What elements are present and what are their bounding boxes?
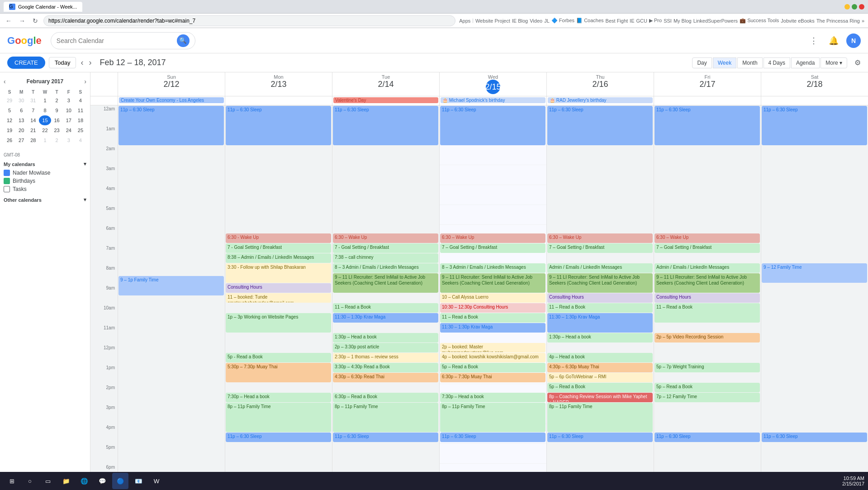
view-month[interactable]: Month [737, 57, 762, 68]
calendar-event[interactable]: 11p – 6:30 Sleep [333, 433, 438, 442]
calendar-event[interactable]: 7:30p – Head a book [226, 393, 331, 402]
mini-cal-day[interactable]: 16 [51, 115, 63, 125]
taskbar-browser-btn[interactable]: 🌐 [76, 473, 92, 489]
calendar-event[interactable]: 11p – 6:30 Sleep [547, 433, 653, 442]
calendar-event[interactable]: 6:30 – Wake Up [440, 233, 545, 243]
mini-cal-day[interactable]: 21 [27, 125, 39, 135]
calendar-event[interactable]: 4:30p – 6:30p Muay Thai [547, 363, 653, 372]
calendar-event[interactable]: 11p – 6:30 Sleep [119, 106, 224, 145]
settings-button[interactable]: ⚙ [854, 58, 861, 67]
calendar-event[interactable]: 6:30 – Wake Up [547, 233, 653, 243]
mini-cal-day[interactable]: 27 [15, 135, 27, 145]
bm-other[interactable]: » [862, 18, 864, 24]
calendar-event[interactable]: 8 – 3 Admin / Emails / LinkedIn Messages [440, 263, 545, 273]
view-week[interactable]: Week [713, 57, 736, 68]
mini-cal-day[interactable]: 18 [75, 115, 86, 125]
mini-cal-day[interactable]: 7 [27, 105, 39, 115]
calendar-event[interactable]: 1:30p – Head a book [333, 333, 438, 343]
browser-tab[interactable]: G Google Calendar - Week... [4, 2, 82, 12]
create-button[interactable]: CREATE [7, 57, 45, 69]
calendar-event[interactable]: 7:30p – Head a book [440, 393, 545, 402]
mini-cal-day[interactable]: 8 [39, 105, 51, 115]
taskbar-file-explorer[interactable]: 📁 [58, 473, 74, 489]
mini-cal-day[interactable]: 4 [75, 135, 86, 145]
calendar-event[interactable]: 7 – Goal Setting / Breakfast [440, 243, 545, 253]
all-day-event-2[interactable]: Valentine's Day [333, 97, 438, 103]
bm-princessa[interactable]: The Princessa Ring [816, 18, 860, 24]
mini-cal-day[interactable]: 26 [4, 135, 15, 145]
close-btn[interactable] [859, 4, 864, 10]
today-button[interactable]: Today [49, 57, 76, 68]
cal-nader-checkbox[interactable] [4, 170, 10, 176]
mini-cal-day[interactable]: 3 [63, 95, 75, 105]
mini-cal-day[interactable]: 2 [51, 135, 63, 145]
calendar-event[interactable]: 6:30 – Wake Up [333, 233, 438, 243]
mini-cal-day[interactable]: 4 [75, 95, 86, 105]
mini-cal-day[interactable]: 2 [51, 95, 63, 105]
calendar-event[interactable]: 7:38 – call chimney [333, 253, 438, 263]
calendar-event[interactable]: 8p – 11p Family Time [547, 403, 653, 432]
calendar-event[interactable]: 9 – 11 LI Recruiter: Send InMail to Acti… [655, 273, 760, 293]
calendar-event[interactable]: 11p – 6:30 Sleep [762, 106, 867, 145]
bm-website-project[interactable]: Website Project [475, 18, 510, 24]
cal-birthdays-checkbox[interactable] [4, 178, 10, 184]
cal-nader[interactable]: Nader Mowlase [4, 169, 86, 177]
apps-icon-btn[interactable]: ⋮ [806, 33, 821, 48]
mini-cal-day[interactable]: 20 [15, 125, 27, 135]
calendar-event[interactable]: 5p – Read a Book [655, 383, 760, 392]
calendar-event[interactable]: 10:30 – 12:30p Consulting Hours [440, 303, 545, 313]
calendar-event[interactable]: 4p – Head a book [547, 353, 653, 362]
all-day-event-4[interactable]: 🎂 RAD Jewellery's birthday [548, 97, 653, 103]
calendar-event[interactable]: 11p – 6:30 Sleep [226, 433, 331, 442]
calendar-event[interactable]: 2p – 3:30p post article [333, 343, 438, 352]
calendar-event[interactable]: 2:30p – 1 thomas – review sess [333, 353, 438, 362]
calendar-event[interactable]: Consulting Hours [655, 293, 760, 303]
all-day-event-3[interactable]: 🎂 Michael Spodnick's birthday [441, 97, 545, 103]
calendar-event[interactable]: 11p – 6:30 Sleep [655, 106, 760, 145]
mini-cal-day[interactable]: 29 [4, 95, 15, 105]
prev-week-btn[interactable]: ‹ [80, 57, 84, 68]
mini-cal-next[interactable]: › [84, 78, 86, 85]
mini-cal-day[interactable]: 19 [4, 125, 15, 135]
notifications-btn[interactable]: 🔔 [826, 33, 841, 48]
mini-cal-day[interactable]: 17 [63, 115, 75, 125]
calendar-event[interactable]: 10 – Call Alyssa Luerro [440, 293, 545, 303]
calendar-event[interactable]: 8:38 – Admin / Emails / LinkedIn Message… [226, 253, 331, 263]
calendar-event[interactable]: 8p – Coaching Review Session with Mike Y… [547, 393, 653, 402]
calendar-event[interactable]: 5:30p – 7:30p Muay Thai [226, 363, 331, 382]
bm-jl[interactable]: JL [544, 18, 550, 24]
bm-myblog[interactable]: My Blog [674, 18, 692, 24]
calendar-event[interactable]: 11p – 6:30 Sleep [655, 433, 760, 442]
my-calendars-header[interactable]: My calendars ▾ [4, 161, 86, 167]
calendar-event[interactable]: 1p – 3p Working on Website Pages [226, 313, 331, 333]
calendar-event[interactable]: 7 - Goal Setting / Breakfast [226, 243, 331, 253]
mini-cal-day[interactable]: 11 [75, 105, 86, 115]
taskbar-outlook-btn[interactable]: 📧 [130, 473, 147, 489]
address-input[interactable] [43, 15, 455, 26]
mini-cal-day[interactable]: 12 [4, 115, 15, 125]
mini-cal-day[interactable]: 30 [15, 95, 27, 105]
mini-cal-day[interactable]: 23 [51, 125, 63, 135]
calendar-event[interactable]: 9 – 1p Family Time [119, 276, 224, 295]
calendar-event[interactable]: 11 – Read a Book [547, 303, 653, 313]
calendar-event[interactable]: 5p – 6p GoToWebinar – RMI [547, 373, 653, 382]
mini-cal-day[interactable]: 1 [39, 95, 51, 105]
bm-apps[interactable]: Apps [459, 18, 470, 24]
bm-best-fight[interactable]: Best Fight [606, 18, 628, 24]
calendar-event[interactable]: 9 – 11 LI Recruiter: Send InMail to Acti… [333, 273, 438, 293]
calendar-event[interactable]: 11:30 – 1:30p Krav Maga [440, 323, 545, 333]
calendar-event[interactable]: 5p – Read a Book [547, 383, 653, 392]
calendar-event[interactable]: 11p – 6:30 Sleep [547, 106, 653, 145]
calendar-event[interactable]: 11 – Read a Book [440, 313, 545, 323]
calendar-event[interactable]: 8p – 11p Family Time [333, 403, 438, 432]
bm-ie[interactable]: IE [630, 18, 634, 24]
view-day[interactable]: Day [692, 57, 711, 68]
next-week-btn[interactable]: › [88, 57, 92, 68]
calendar-event[interactable]: 11p – 6:30 Sleep [440, 106, 545, 145]
bm-ssi[interactable]: SSI [664, 18, 672, 24]
avatar[interactable]: N [846, 33, 861, 48]
mini-cal-prev[interactable]: ‹ [4, 78, 6, 85]
calendar-event[interactable]: Admin / Emails / LinkedIn Messages [547, 263, 653, 273]
other-calendars-header[interactable]: Other calendars ▾ [4, 197, 86, 203]
calendar-event[interactable]: 3:30p – 4:30p Read a Book [333, 363, 438, 372]
